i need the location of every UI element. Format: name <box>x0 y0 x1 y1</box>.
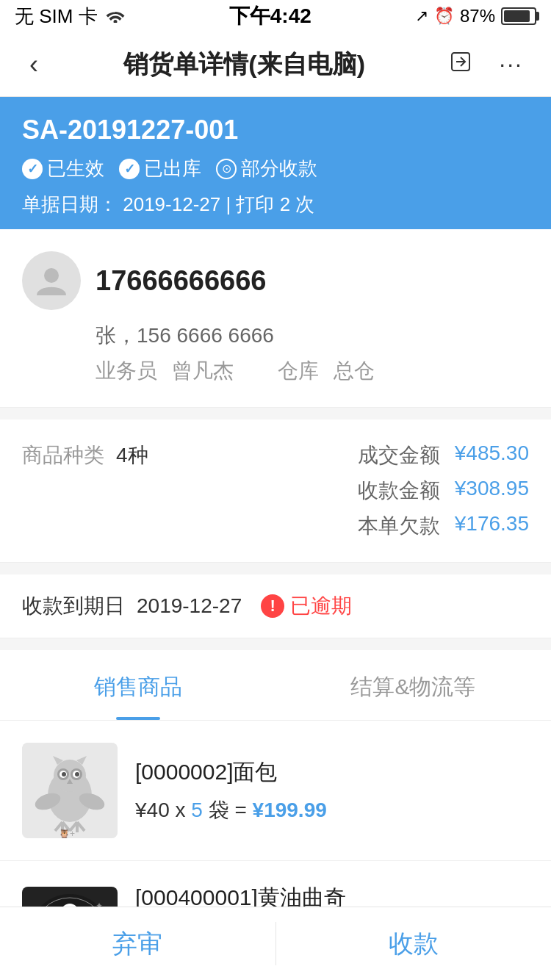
customer-id: 17666666666 <box>96 265 266 297</box>
location-icon: ↗ <box>415 7 428 26</box>
tab-sales-products[interactable]: 销售商品 <box>0 650 276 720</box>
warehouse-name: 总仓 <box>334 359 375 382</box>
svg-point-10 <box>75 772 79 777</box>
sales-info: 业务员 曾凡杰 <box>96 357 234 385</box>
status-left: 无 SIM 卡 <box>15 4 126 29</box>
tab-settlement[interactable]: 结算&物流等 <box>276 650 551 720</box>
customer-phone: 张，156 6666 6666 <box>96 322 529 350</box>
customer-row: 17666666666 <box>22 251 529 310</box>
status-shipped: ✓ 已出库 <box>119 156 201 181</box>
battery-icon <box>501 7 536 25</box>
stats-left: 商品种类 4种 <box>22 442 148 469</box>
cancel-button[interactable]: 弃审 <box>0 907 276 980</box>
customer-avatar <box>22 251 81 310</box>
share-button[interactable] <box>443 43 478 86</box>
more-button[interactable]: ··· <box>493 45 529 84</box>
stat-label-3: 本单欠款 <box>358 512 440 540</box>
back-button[interactable]: ‹ <box>22 42 46 87</box>
tabs-section: 销售商品 结算&物流等 <box>0 650 551 721</box>
due-date: 2019-12-27 <box>137 594 242 618</box>
order-meta: 单据日期： 2019-12-27 | 打印 2 次 <box>22 192 529 217</box>
warehouse-info: 仓库 总仓 <box>278 357 375 385</box>
tabs-row: 销售商品 结算&物流等 <box>0 650 551 720</box>
product-item-1: 🦉+ [0000002]面包 ¥40 x 5 袋 = ¥199.99 <box>0 721 551 861</box>
check-icon-1: ✓ <box>22 159 43 179</box>
product-thumb-1: 🦉+ <box>22 743 118 838</box>
status-right: ↗ ⏰ 87% <box>415 6 536 26</box>
page-title: 销货单详情(来自电脑) <box>123 48 365 82</box>
check-icon-2: ✓ <box>119 159 140 179</box>
stat-value-3: ¥176.35 <box>455 512 529 540</box>
stat-row-1: 成交金额 ¥485.30 <box>358 442 529 469</box>
warehouse-label: 仓库 <box>278 359 319 382</box>
clock-icon: ⊙ <box>216 159 237 179</box>
status-active: ✓ 已生效 <box>22 156 104 181</box>
due-label: 收款到期日 <box>22 592 125 620</box>
nav-bar: ‹ 销货单详情(来自电脑) ··· <box>0 32 551 97</box>
wifi-icon <box>105 5 126 28</box>
sales-label: 业务员 <box>96 359 157 382</box>
category-label: 商品种类 <box>22 442 104 469</box>
overdue-icon: ! <box>261 594 284 618</box>
status-time: 下午4:42 <box>229 2 311 30</box>
overdue-text: 已逾期 <box>290 592 352 620</box>
product-info-1: [0000002]面包 ¥40 x 5 袋 = ¥199.99 <box>135 757 529 824</box>
sales-name: 曾凡杰 <box>172 359 234 382</box>
product-price-1: ¥40 x 5 袋 = ¥199.99 <box>135 796 529 824</box>
order-id: SA-20191227-001 <box>22 115 529 145</box>
order-header: SA-20191227-001 ✓ 已生效 ✓ 已出库 ⊙ 部分收款 单据日期：… <box>0 97 551 229</box>
product-name-1: [0000002]面包 <box>135 757 529 788</box>
category-value: 4种 <box>116 442 148 469</box>
due-section: 收款到期日 2019-12-27 ! 已逾期 <box>0 574 551 638</box>
carrier-label: 无 SIM 卡 <box>15 4 98 29</box>
stats-section: 商品种类 4种 成交金额 ¥485.30 收款金额 ¥308.95 本单欠款 ¥… <box>0 419 551 563</box>
customer-section: 17666666666 张，156 6666 6666 业务员 曾凡杰 仓库 总… <box>0 229 551 408</box>
stat-value-1: ¥485.30 <box>455 442 529 469</box>
alarm-icon: ⏰ <box>434 7 454 26</box>
status-badges: ✓ 已生效 ✓ 已出库 ⊙ 部分收款 <box>22 156 529 181</box>
svg-point-1 <box>44 268 59 283</box>
stat-row-2: 收款金额 ¥308.95 <box>358 477 529 505</box>
stats-right: 成交金额 ¥485.30 收款金额 ¥308.95 本单欠款 ¥176.35 <box>358 442 529 540</box>
stat-value-2: ¥308.95 <box>455 477 529 505</box>
stat-label-1: 成交金额 <box>358 442 440 469</box>
bottom-bar: 弃审 收款 <box>0 907 551 980</box>
stat-row-3: 本单欠款 ¥176.35 <box>358 512 529 540</box>
status-partial: ⊙ 部分收款 <box>216 156 317 181</box>
status-bar: 无 SIM 卡 下午4:42 ↗ ⏰ 87% <box>0 0 551 32</box>
confirm-button[interactable]: 收款 <box>276 907 552 980</box>
product-qty-1: 5 <box>191 799 203 821</box>
nav-actions: ··· <box>443 43 529 86</box>
customer-detail: 业务员 曾凡杰 仓库 总仓 <box>96 357 529 385</box>
svg-text:🦉+: 🦉+ <box>59 828 75 838</box>
product-total-1: ¥199.99 <box>253 799 327 821</box>
battery-label: 87% <box>460 6 495 26</box>
stat-label-2: 收款金额 <box>358 477 440 505</box>
overdue-badge: ! 已逾期 <box>261 592 352 620</box>
svg-point-9 <box>62 772 66 777</box>
